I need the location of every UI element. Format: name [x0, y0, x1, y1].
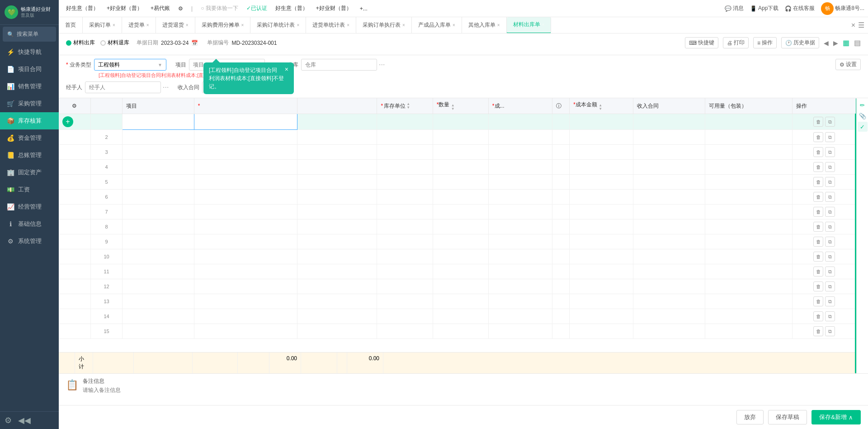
table-cell[interactable]: [123, 294, 194, 309]
table-cell[interactable]: [123, 160, 194, 175]
table-cell[interactable]: [433, 219, 488, 234]
nav-next-icon[interactable]: ▶: [833, 39, 838, 47]
table-cell[interactable]: [488, 145, 552, 160]
settings-bottom-icon[interactable]: ⚙: [5, 415, 12, 425]
table-cell[interactable]: [433, 190, 488, 205]
tab-purchase-fee[interactable]: 采购费用分摊单 ×: [195, 17, 251, 33]
sidebar-item-assets[interactable]: 🏢 固定资产: [0, 164, 59, 181]
table-cell[interactable]: [488, 309, 552, 324]
remarks-input[interactable]: [83, 386, 861, 403]
table-cell[interactable]: [377, 279, 433, 294]
table-cell[interactable]: [488, 294, 552, 309]
copy-row-button[interactable]: ⧉: [825, 267, 835, 276]
table-cell[interactable]: [633, 219, 705, 234]
table-cell[interactable]: [433, 160, 488, 175]
table-cell[interactable]: [705, 130, 793, 145]
delete-row-button[interactable]: 🗑: [813, 311, 823, 321]
table-cell[interactable]: [570, 249, 633, 264]
table-cell[interactable]: [570, 175, 633, 190]
table-cell[interactable]: [570, 205, 633, 219]
table-cell[interactable]: [552, 309, 570, 324]
tab-close-icon[interactable]: ×: [241, 23, 244, 28]
table-cell[interactable]: [552, 264, 570, 279]
table-cell[interactable]: [705, 324, 793, 339]
product-cell-input[interactable]: [198, 119, 294, 125]
sidebar-item-inventory[interactable]: 📦 库存核算: [0, 112, 59, 129]
table-cell[interactable]: [194, 205, 297, 219]
table-cell[interactable]: [377, 264, 433, 279]
table-cell[interactable]: [297, 175, 377, 190]
delete-row-button[interactable]: 🗑: [813, 326, 823, 336]
shortcut-key-button[interactable]: ⌨ 快捷键: [685, 37, 718, 48]
calendar-icon[interactable]: 📅: [191, 40, 198, 46]
table-cell[interactable]: [705, 145, 793, 160]
table-cell[interactable]: [633, 249, 705, 264]
delete-row-button[interactable]: 🗑: [813, 147, 823, 157]
table-cell[interactable]: [123, 205, 194, 219]
nav-haoyecai2[interactable]: +好业财（普）: [312, 3, 355, 14]
table-cell[interactable]: [552, 234, 570, 249]
nav-certified[interactable]: ✓已认证: [243, 3, 271, 14]
table-cell[interactable]: [570, 279, 633, 294]
delete-row-button[interactable]: 🗑: [813, 222, 823, 232]
table-cell[interactable]: [633, 130, 705, 145]
delete-row-button[interactable]: 🗑: [813, 296, 823, 306]
table-cell[interactable]: [297, 160, 377, 175]
table-cell[interactable]: [433, 279, 488, 294]
table-cell[interactable]: [123, 145, 194, 160]
copy-row-button[interactable]: ⧉: [825, 296, 835, 306]
table-cell[interactable]: [377, 219, 433, 234]
table-cell[interactable]: [194, 309, 297, 324]
table-cell[interactable]: [377, 130, 433, 145]
table-cell[interactable]: [297, 219, 377, 234]
warehouse-input[interactable]: [301, 59, 377, 71]
table-cell[interactable]: [194, 190, 297, 205]
table-cell[interactable]: [377, 324, 433, 339]
table-cell[interactable]: [123, 234, 194, 249]
table-cell[interactable]: [194, 145, 297, 160]
copy-row-button[interactable]: ⧉: [825, 192, 835, 202]
table-cell[interactable]: [433, 324, 488, 339]
radio-material-return[interactable]: 材料退库: [100, 39, 129, 47]
tab-close-icon[interactable]: ×: [402, 23, 405, 28]
table-cell[interactable]: [194, 219, 297, 234]
table-cell[interactable]: [570, 264, 633, 279]
collapse-icon[interactable]: ◀◀: [18, 415, 31, 425]
table-cell[interactable]: [633, 190, 705, 205]
table-cell[interactable]: [433, 130, 488, 145]
table-cell[interactable]: [488, 234, 552, 249]
table-cell[interactable]: [488, 205, 552, 219]
right-icon-check[interactable]: ✓: [858, 122, 868, 132]
row-project-cell[interactable]: [123, 114, 194, 130]
handler-select-icon[interactable]: ···: [163, 83, 169, 91]
col-header-settings[interactable]: ⚙: [59, 98, 90, 114]
table-cell[interactable]: [633, 160, 705, 175]
tooltip-close-button[interactable]: ×: [285, 66, 288, 72]
sidebar-item-finance[interactable]: 💰 资金管理: [0, 129, 59, 147]
table-cell[interactable]: [194, 249, 297, 264]
table-cell[interactable]: [488, 219, 552, 234]
table-cell[interactable]: [705, 234, 793, 249]
delete-row-button[interactable]: 🗑: [813, 207, 823, 217]
table-cell[interactable]: [552, 130, 570, 145]
handler-input[interactable]: [85, 81, 161, 93]
copy-row-button[interactable]: ⧉: [825, 252, 835, 262]
copy-row-button[interactable]: ⧉: [825, 117, 835, 127]
tab-close-icon[interactable]: ×: [297, 23, 299, 28]
delete-row-button[interactable]: 🗑: [813, 192, 823, 202]
copy-row-button[interactable]: ⧉: [825, 311, 835, 321]
nav-haoshengyi[interactable]: 好生意（普）: [62, 3, 102, 14]
table-cell[interactable]: [633, 205, 705, 219]
table-cell[interactable]: [570, 190, 633, 205]
discard-button[interactable]: 放弃: [736, 410, 764, 424]
copy-row-button[interactable]: ⧉: [825, 147, 835, 157]
copy-row-button[interactable]: ⧉: [825, 177, 835, 187]
warehouse-select-icon[interactable]: ···: [379, 61, 385, 69]
table-cell[interactable]: [705, 160, 793, 175]
table-cell[interactable]: [705, 249, 793, 264]
table-cell[interactable]: [123, 219, 194, 234]
table-cell[interactable]: [552, 279, 570, 294]
tab-other-instock[interactable]: 其他入库单 ×: [462, 17, 507, 33]
table-cell[interactable]: [194, 234, 297, 249]
table-cell[interactable]: [377, 309, 433, 324]
